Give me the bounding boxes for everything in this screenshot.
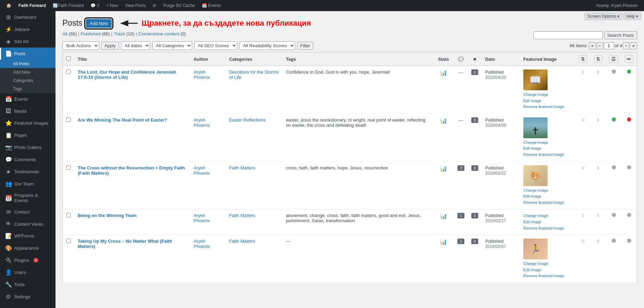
adminbar-site-name[interactable]: Faith Forward bbox=[15, 0, 49, 11]
filter-all[interactable]: All (66) bbox=[62, 31, 77, 36]
next-page-btn[interactable]: › bbox=[623, 42, 629, 49]
category-link-5[interactable]: Faith Matters bbox=[229, 239, 256, 244]
filter-trash[interactable]: Trash (10) bbox=[114, 31, 135, 36]
apply-button[interactable]: Apply bbox=[101, 42, 119, 50]
change-image-5[interactable]: Change image bbox=[523, 261, 572, 267]
change-image-2[interactable]: Change image bbox=[523, 140, 572, 146]
author-link-2[interactable]: Aryeh Phoenix bbox=[194, 117, 210, 128]
th-author[interactable]: Author bbox=[190, 52, 225, 66]
edit-image-4[interactable]: Edit image bbox=[523, 219, 572, 225]
sidebar-item-our-team[interactable]: 👥 Our Team bbox=[0, 178, 55, 190]
category-link-3[interactable]: Faith Matters bbox=[229, 165, 256, 170]
th-title[interactable]: Title bbox=[74, 52, 190, 66]
edit-image-1[interactable]: Edit image bbox=[523, 98, 572, 104]
sidebar-item-settings[interactable]: ⚙ Settings bbox=[0, 291, 55, 303]
row-checkbox-4[interactable] bbox=[66, 213, 71, 217]
icons1-btn[interactable]: ☰ bbox=[609, 55, 618, 63]
sidebar-item-appearance[interactable]: 🎨 Appearance bbox=[0, 242, 55, 254]
adminbar-comments[interactable]: 💬 0 bbox=[87, 0, 103, 11]
category-link-4[interactable]: Faith Matters bbox=[229, 213, 256, 218]
adminbar-user[interactable]: Howdy, Aryeh Phoenix bbox=[593, 0, 641, 11]
select-all-checkbox[interactable] bbox=[66, 56, 71, 61]
categories-filter[interactable]: All Categories bbox=[152, 41, 192, 50]
last-page-btn[interactable]: » bbox=[630, 42, 637, 49]
sidebar-item-testimonials[interactable]: ★ Testimonials bbox=[0, 166, 55, 178]
change-image-4[interactable]: Change image bbox=[523, 213, 572, 219]
row-checkbox-2[interactable] bbox=[66, 117, 71, 122]
sidebar-item-sitekit[interactable]: ◈ Site Kit bbox=[0, 35, 55, 48]
sidebar-item-events[interactable]: 📅 Events bbox=[0, 93, 55, 105]
row-checkbox-5[interactable] bbox=[66, 239, 71, 243]
remove-image-1[interactable]: Remove featured image bbox=[523, 104, 572, 110]
post-title-link-2[interactable]: Are We Missing The Real Point of Easter? bbox=[78, 117, 167, 123]
sidebar-item-featured-images[interactable]: ⭐ Featured Images bbox=[0, 117, 55, 129]
author-link-3[interactable]: Aryeh Phoenix bbox=[194, 165, 210, 176]
dates-filter[interactable]: All dates bbox=[121, 41, 150, 50]
submenu-all-posts[interactable]: All Posts bbox=[0, 60, 55, 68]
adminbar-yoast[interactable]: ⚙ bbox=[149, 0, 160, 11]
filter-cornerstone[interactable]: Cornerstone content (0) bbox=[138, 31, 186, 36]
sidebar-item-tools[interactable]: 🔧 Tools bbox=[0, 278, 55, 291]
adminbar-purge-cache[interactable]: Purge SG Cache bbox=[160, 0, 198, 11]
author-link-1[interactable]: Aryeh Phoenix bbox=[194, 69, 210, 80]
screen-options-btn[interactable]: Screen Options ▾ bbox=[584, 13, 622, 20]
seo-col2-btn[interactable]: ⇅ bbox=[594, 55, 602, 63]
search-input[interactable] bbox=[533, 31, 603, 39]
sidebar-item-contact[interactable]: ✉ Contact bbox=[0, 206, 55, 218]
post-title-link-5[interactable]: Taking Up My Cross – No Matter What (Fai… bbox=[78, 239, 172, 249]
post-title-link-4[interactable]: Being on the Winning Team bbox=[78, 213, 137, 218]
sidebar-item-jetpack[interactable]: ⚡ Jetpack bbox=[0, 23, 55, 35]
sidebar-item-plugins[interactable]: 🔌 Plugins 6 bbox=[0, 254, 55, 266]
row-checkbox-1[interactable] bbox=[66, 69, 71, 74]
add-new-button[interactable]: Add New bbox=[86, 19, 112, 28]
filter-published[interactable]: Published (66) bbox=[81, 31, 110, 36]
seo-filter[interactable]: All SEO Scores bbox=[194, 41, 237, 50]
adminbar-view-posts[interactable]: View Posts bbox=[122, 0, 149, 11]
adminbar-wp-logo[interactable]: 🏠 bbox=[3, 0, 15, 11]
row-checkbox-3[interactable] bbox=[66, 165, 71, 170]
seo-col1-btn[interactable]: ⇅ bbox=[579, 55, 587, 63]
category-link-1[interactable]: Devotions for the Storms of Life bbox=[229, 69, 279, 80]
sidebar-item-users[interactable]: 👤 Users bbox=[0, 266, 55, 278]
prev-page-btn[interactable]: ‹ bbox=[597, 42, 603, 49]
change-image-3[interactable]: Change image bbox=[523, 188, 572, 194]
filter-all-link[interactable]: All bbox=[62, 31, 67, 36]
sidebar-item-photo-gallery[interactable]: 📷 Photo Gallery bbox=[0, 141, 55, 153]
author-link-5[interactable]: Aryeh Phoenix bbox=[194, 239, 210, 249]
sidebar-item-posts[interactable]: 📄 Posts bbox=[0, 48, 55, 60]
first-page-btn[interactable]: « bbox=[589, 42, 596, 49]
edit-image-3[interactable]: Edit image bbox=[523, 193, 572, 200]
filter-published-link[interactable]: Published bbox=[81, 31, 101, 36]
sidebar-item-comments[interactable]: 💬 Comments bbox=[0, 153, 55, 166]
featured-img-thumb-5[interactable] bbox=[523, 239, 548, 259]
adminbar-events[interactable]: 📅 Events bbox=[198, 0, 224, 11]
author-link-4[interactable]: Aryeh Phoenix bbox=[194, 213, 210, 223]
help-btn[interactable]: Help ▾ bbox=[623, 13, 641, 20]
icons2-btn[interactable]: ✏ bbox=[625, 55, 633, 63]
adminbar-new[interactable]: + New bbox=[103, 0, 121, 11]
search-posts-button[interactable]: Search Posts bbox=[604, 31, 637, 39]
submenu-tags[interactable]: Tags bbox=[0, 85, 55, 93]
featured-img-thumb-1[interactable] bbox=[523, 69, 548, 90]
post-title-link-3[interactable]: The Cross without the Resurrection = Emp… bbox=[78, 165, 185, 176]
edit-image-5[interactable]: Edit image bbox=[523, 267, 572, 273]
sidebar-item-pages[interactable]: 📋 Pages bbox=[0, 129, 55, 141]
sidebar-item-content-views[interactable]: 👁 Content Views bbox=[0, 218, 55, 230]
edit-image-2[interactable]: Edit image bbox=[523, 145, 572, 152]
th-tags[interactable]: Tags bbox=[282, 52, 433, 66]
filter-cornerstone-link[interactable]: Cornerstone content bbox=[138, 31, 179, 36]
featured-img-thumb-2[interactable] bbox=[523, 117, 548, 138]
sidebar-item-wpforms[interactable]: 📝 WPForms bbox=[0, 230, 55, 242]
remove-image-2[interactable]: Remove featured image bbox=[523, 152, 572, 158]
readability-filter[interactable]: All Readability Scores bbox=[239, 41, 295, 50]
adminbar-updates[interactable]: 🔄 Faith Forward bbox=[49, 0, 87, 11]
category-link-2[interactable]: Easter Reflections bbox=[229, 117, 266, 123]
current-page-input[interactable] bbox=[604, 42, 614, 49]
submenu-categories[interactable]: Categories bbox=[0, 76, 55, 85]
remove-image-5[interactable]: Remove featured image bbox=[523, 273, 572, 279]
featured-img-thumb-3[interactable] bbox=[523, 165, 548, 186]
th-featured-image[interactable]: Featured Image bbox=[520, 52, 575, 66]
th-date[interactable]: Date bbox=[482, 52, 520, 66]
filter-trash-link[interactable]: Trash bbox=[114, 31, 125, 36]
change-image-1[interactable]: Change image bbox=[523, 92, 572, 98]
